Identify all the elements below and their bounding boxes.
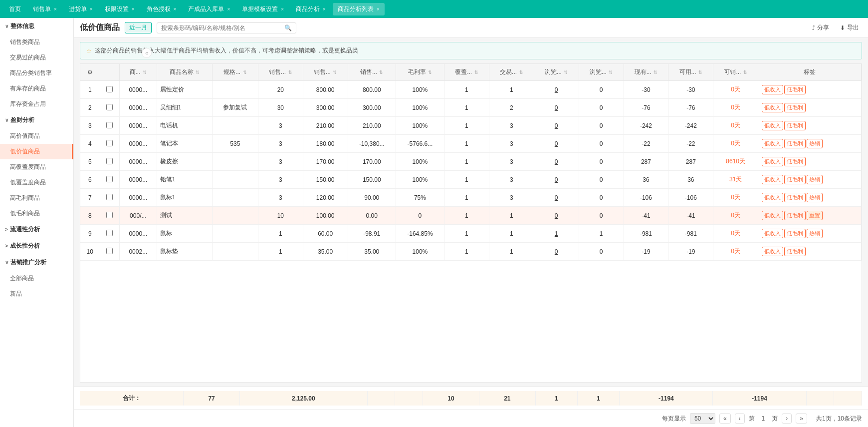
col-sale2[interactable]: 销售... ⇅ <box>303 64 348 81</box>
row-checkbox[interactable] <box>106 176 113 182</box>
cell-checkbox[interactable] <box>100 117 119 135</box>
sidebar-group-成长性分析[interactable]: >成长性分析 <box>0 238 73 254</box>
browse1-link[interactable]: 0 <box>555 86 558 93</box>
cell-browse1[interactable]: 0 <box>534 117 579 135</box>
close-icon[interactable]: × <box>54 6 57 12</box>
col-gross_margin[interactable]: 毛利率 ⇅ <box>396 64 444 81</box>
cell-browse1[interactable]: 0 <box>534 171 579 189</box>
time-filter-btn[interactable]: 近一月 <box>125 22 152 33</box>
next-page-btn[interactable]: › <box>782 414 792 424</box>
row-checkbox[interactable] <box>106 194 113 200</box>
share-btn[interactable]: ⤴ 分享 <box>809 22 832 33</box>
row-checkbox[interactable] <box>106 230 113 236</box>
nav-tab-产成品入库单[interactable]: 产成品入库单× <box>183 3 235 15</box>
sidebar-item-高覆盖度商品[interactable]: 高覆盖度商品 <box>0 159 73 175</box>
browse1-link[interactable]: 0 <box>555 212 558 219</box>
cell-browse1[interactable]: 0 <box>534 207 579 225</box>
cell-browse1[interactable]: 1 <box>534 225 579 243</box>
sidebar-group-盈财分析[interactable]: ∨盈财分析 <box>0 112 73 128</box>
row-checkbox[interactable] <box>106 86 113 92</box>
row-checkbox[interactable] <box>106 158 113 164</box>
close-icon[interactable]: × <box>132 6 135 12</box>
export-btn[interactable]: ⬇ 导出 <box>837 22 862 33</box>
nav-tab-进货单[interactable]: 进货单× <box>64 3 98 15</box>
close-icon[interactable]: × <box>323 6 326 12</box>
browse1-link[interactable]: 0 <box>555 176 558 183</box>
cell-browse1[interactable]: 0 <box>534 99 579 117</box>
col-name[interactable]: 商品名称 ⇅ <box>157 64 212 81</box>
row-checkbox[interactable] <box>106 248 113 254</box>
col-trade[interactable]: 交易... ⇅ <box>489 64 534 81</box>
cell-browse1[interactable]: 0 <box>534 81 579 99</box>
sidebar-item-有库存的商品[interactable]: 有库存的商品 <box>0 81 73 96</box>
sidebar-item-高价值商品[interactable]: 高价值商品 <box>0 128 73 144</box>
cell-browse1[interactable]: 0 <box>534 189 579 207</box>
nav-tab-首页[interactable]: 首页 <box>4 3 26 15</box>
browse1-link[interactable]: 1 <box>555 230 558 237</box>
sidebar-item-全部商品[interactable]: 全部商品 <box>0 271 73 286</box>
sidebar-item-低毛利商品[interactable]: 低毛利商品 <box>0 206 73 221</box>
close-icon[interactable]: × <box>281 6 284 12</box>
sidebar-group-营销推广分析[interactable]: ∨营销推广分析 <box>0 254 73 271</box>
browse1-link[interactable]: 0 <box>555 122 558 129</box>
close-icon[interactable]: × <box>90 6 93 12</box>
col-current[interactable]: 现有... ⇅ <box>624 64 668 81</box>
cell-checkbox[interactable] <box>100 99 119 117</box>
cell-checkbox[interactable] <box>100 225 119 243</box>
cell-checkbox[interactable] <box>100 171 119 189</box>
col-coverage[interactable]: 覆盖... ⇅ <box>444 64 489 81</box>
cell-checkbox[interactable] <box>100 153 119 171</box>
nav-tab-商品分析[interactable]: 商品分析× <box>291 3 331 15</box>
cell-browse1[interactable]: 0 <box>534 135 579 153</box>
cell-no: 8 <box>80 207 100 225</box>
col-sale3[interactable]: 销售... ⇅ <box>348 64 396 81</box>
sidebar-item-销售类商品[interactable]: 销售类商品 <box>0 34 73 50</box>
close-icon[interactable]: × <box>377 6 380 12</box>
sidebar-item-商品分类销售率[interactable]: 商品分类销售率 <box>0 65 73 81</box>
prev-page-btn[interactable]: ‹ <box>735 414 745 424</box>
row-checkbox[interactable] <box>106 212 113 218</box>
cell-browse1[interactable]: 0 <box>534 243 579 261</box>
nav-tab-权限设置[interactable]: 权限设置× <box>100 3 140 15</box>
cell-checkbox[interactable] <box>100 189 119 207</box>
sidebar-collapse-btn[interactable]: « <box>142 48 152 58</box>
sidebar-item-低价值商品[interactable]: 低价值商品 <box>0 144 73 159</box>
browse1-link[interactable]: 0 <box>555 194 558 201</box>
col-spec[interactable]: 规格... ⇅ <box>212 64 258 81</box>
browse1-link[interactable]: 0 <box>555 140 558 147</box>
per-page-select[interactable]: 50 100 200 <box>690 413 715 424</box>
sidebar-group-流通性分析[interactable]: >流通性分析 <box>0 221 73 238</box>
row-checkbox[interactable] <box>106 122 113 128</box>
first-page-btn[interactable]: « <box>719 414 731 424</box>
cell-checkbox[interactable] <box>100 243 119 261</box>
search-input[interactable] <box>161 24 284 31</box>
sidebar-item-交易过的商品[interactable]: 交易过的商品 <box>0 50 73 65</box>
col-browse1[interactable]: 浏览... ⇅ <box>534 64 579 81</box>
sidebar-group-整体信息[interactable]: ∨整体信息 <box>0 18 73 34</box>
sidebar-item-库存资金占用[interactable]: 库存资金占用 <box>0 96 73 112</box>
col-available[interactable]: 可用... ⇅ <box>668 64 713 81</box>
cell-checkbox[interactable] <box>100 81 119 99</box>
nav-tab-商品分析列表[interactable]: 商品分析列表× <box>333 3 385 15</box>
sidebar-item-高毛利商品[interactable]: 高毛利商品 <box>0 190 73 206</box>
sidebar-item-低覆盖度商品[interactable]: 低覆盖度商品 <box>0 175 73 190</box>
last-page-btn[interactable]: » <box>796 414 807 424</box>
row-checkbox[interactable] <box>106 140 113 146</box>
nav-tab-角色授权[interactable]: 角色授权× <box>142 3 182 15</box>
col-sale1[interactable]: 销售... ⇅ <box>258 64 303 81</box>
cell-checkbox[interactable] <box>100 207 119 225</box>
browse1-link[interactable]: 0 <box>555 248 558 255</box>
cell-checkbox[interactable] <box>100 135 119 153</box>
close-icon[interactable]: × <box>227 6 230 12</box>
browse1-link[interactable]: 0 <box>555 158 558 165</box>
col-code[interactable]: 商... ⇅ <box>119 64 157 81</box>
nav-tab-单据模板设置[interactable]: 单据模板设置× <box>237 3 289 15</box>
nav-tab-销售单[interactable]: 销售单× <box>28 3 62 15</box>
row-checkbox[interactable] <box>106 104 113 110</box>
browse1-link[interactable]: 0 <box>555 104 558 111</box>
close-icon[interactable]: × <box>174 6 177 12</box>
col-saleable[interactable]: 可销... ⇅ <box>713 64 758 81</box>
sidebar-item-新品[interactable]: 新品 <box>0 286 73 302</box>
col-browse2[interactable]: 浏览... ⇅ <box>579 64 624 81</box>
cell-browse1[interactable]: 0 <box>534 153 579 171</box>
